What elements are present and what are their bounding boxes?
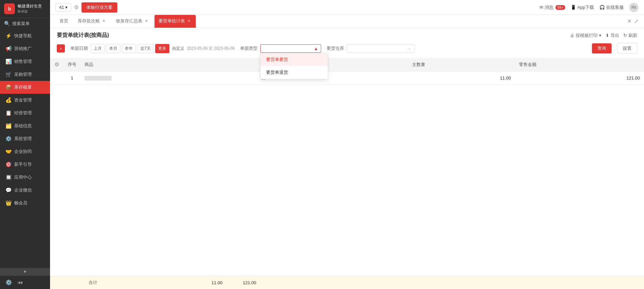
date-filter-group: 单据日期 上月 本月 本年 近7天 更多 自定义 2023-05-06 至 20…: [70, 44, 235, 53]
row-check: [50, 71, 64, 85]
data-table-container: ⚙ 序号 商品 主计量单位 主数量 零售金额 1: [50, 58, 644, 276]
table-row: 1 块 11.00 121.00: [50, 71, 644, 85]
warehouse-filter-label: 要货仓库: [327, 45, 344, 51]
type-select-chevron-up-icon: ▲: [314, 46, 318, 51]
date-btn-this-year[interactable]: 本年: [122, 44, 136, 53]
quick-nav-icon: ⚡: [5, 33, 11, 39]
date-quick-buttons: 上月 本月 本年 近7天 更多: [91, 44, 169, 53]
sidebar-item-sales[interactable]: 📊 销售管理: [0, 55, 50, 68]
tab-close-order-stats[interactable]: ×: [186, 18, 192, 24]
column-settings-icon[interactable]: ⚙: [54, 62, 59, 67]
footer-quantity: 11.00: [193, 280, 226, 285]
date-btn-more[interactable]: 更多: [155, 44, 169, 53]
type-select[interactable]: ▲: [260, 44, 321, 53]
download-icon: 📱: [571, 5, 576, 10]
sales-icon: 📊: [5, 59, 11, 65]
sidebar-item-member[interactable]: 👑 畅会员: [0, 197, 50, 209]
sidebar-item-inventory[interactable]: 📦 库存核算: [0, 81, 50, 94]
chevron-down-icon: ▾: [65, 5, 68, 10]
tabs-actions: ✕ ⤢: [627, 18, 639, 24]
query-button[interactable]: 查询: [592, 43, 612, 53]
type-option-order-goods[interactable]: 要货单要货: [261, 53, 328, 66]
type-option-return-goods[interactable]: 要货单退货: [261, 66, 328, 79]
app-download-action[interactable]: 📱 App下载: [571, 4, 594, 10]
user-avatar[interactable]: Rit: [629, 3, 639, 12]
sidebar-item-base-info[interactable]: 🗂️ 基础信息: [0, 119, 50, 132]
filter-toggle-btn[interactable]: ›: [57, 44, 65, 52]
finance-icon: 💰: [5, 97, 11, 103]
sidebar-item-system[interactable]: ⚙️ 系统管理: [0, 132, 50, 145]
date-btn-7days[interactable]: 近7天: [137, 44, 154, 53]
messages-action[interactable]: ✉ 消息 99+: [540, 4, 565, 10]
type-dropdown-menu: 要货单要货 要货单退货: [260, 53, 328, 79]
filter-bar: › 单据日期 上月 本月 本年 近7天 更多 自定义 2023-05-06 至 …: [50, 39, 644, 58]
close-all-tabs-icon[interactable]: ✕: [627, 18, 631, 24]
app-center-icon: 🔲: [5, 174, 11, 180]
tab-home[interactable]: 首页: [55, 15, 72, 28]
sidebar-item-search[interactable]: 🔍 搜索菜单: [0, 18, 50, 29]
col-settings[interactable]: ⚙: [50, 58, 64, 71]
header: 41 ▾ ⚙ 体验行业方案 ✉ 消息 99+ 📱 App下载 🎧 在线客服 Ri…: [50, 0, 644, 15]
sidebar-item-operations[interactable]: 📋 经营管理: [0, 107, 50, 119]
tab-close-inventory-batch[interactable]: ×: [101, 18, 106, 24]
settings-footer-icon[interactable]: ⚙️: [5, 279, 12, 286]
header-left: 41 ▾ ⚙ 体验行业方案: [55, 2, 535, 13]
tab-close-receive-summary[interactable]: ×: [144, 18, 149, 24]
print-chevron-icon: ▾: [599, 33, 601, 38]
sidebar-item-quick-nav[interactable]: ⚡ 快捷导航: [0, 29, 50, 42]
sidebar: b 畅捷通好生意 标准版 🔍 搜索菜单 ⚡ 快捷导航 📢 营销推广 📊 销售管理…: [0, 0, 50, 289]
type-select-value: [263, 46, 265, 51]
data-table: ⚙ 序号 商品 主计量单位 主数量 零售金额 1: [50, 58, 644, 85]
page-actions: 🖨 按模板打印 ▾ ⬇ 导出 ↻ 刷新: [570, 32, 637, 39]
export-action[interactable]: ⬇ 导出: [605, 32, 619, 39]
date-custom-btn[interactable]: 自定义: [172, 46, 184, 51]
member-icon: 👑: [5, 200, 11, 206]
tab-order-stats[interactable]: 要货单统计表 ×: [154, 15, 196, 28]
row-index: 1: [64, 71, 80, 85]
sidebar-item-wechat[interactable]: 💬 企业微信: [0, 184, 50, 197]
collapse-icon[interactable]: ⏮: [18, 280, 23, 286]
sidebar-item-cooperation[interactable]: 🤝 企业协同: [0, 145, 50, 158]
guide-icon: 🎯: [5, 161, 11, 168]
messages-badge: 99+: [555, 5, 565, 10]
sidebar-item-purchase[interactable]: 🛒 采购管理: [0, 68, 50, 81]
expand-tabs-icon[interactable]: ⤢: [634, 18, 639, 24]
logo-text: 畅捷通好生意: [18, 4, 42, 9]
system-icon: ⚙️: [5, 136, 11, 142]
content-area: 要货单统计表(按商品) 🖨 按模板打印 ▾ ⬇ 导出 ↻ 刷新 ›: [50, 28, 644, 289]
message-icon: ✉: [540, 5, 543, 10]
warehouse-filter-group: 要货仓库 ···: [327, 44, 414, 53]
main-area: 41 ▾ ⚙ 体验行业方案 ✉ 消息 99+ 📱 App下载 🎧 在线客服 Ri…: [50, 0, 644, 289]
setup-button[interactable]: 设置: [617, 43, 637, 54]
sidebar-item-marketing[interactable]: 📢 营销推广: [0, 42, 50, 55]
header-settings-icon[interactable]: ⚙: [74, 4, 79, 10]
warehouse-value: [350, 46, 351, 51]
service-icon: 🎧: [599, 5, 605, 10]
date-btn-this-month[interactable]: 本月: [106, 44, 120, 53]
warehouse-more-icon: ···: [408, 46, 411, 51]
type-select-wrapper: ▲ 要货单要货 要货单退货: [260, 44, 321, 53]
header-right: ✉ 消息 99+ 📱 App下载 🎧 在线客服 Rit: [540, 3, 639, 12]
tab-receive-summary[interactable]: 收发存汇总表 ×: [112, 15, 153, 28]
page-title: 要货单统计表(按商品): [57, 32, 109, 39]
logo-icon: b: [4, 3, 15, 14]
sidebar-scroll-down[interactable]: ▼: [0, 268, 50, 275]
sidebar-item-finance[interactable]: 💰 资金管理: [0, 94, 50, 107]
print-action[interactable]: 🖨 按模板打印 ▾: [570, 32, 601, 39]
sidebar-item-app-center[interactable]: 🔲 应用中心: [0, 171, 50, 184]
warehouse-select[interactable]: ···: [347, 44, 414, 53]
row-product: [80, 71, 257, 85]
footer-amount: 121.00: [226, 280, 260, 285]
type-filter-group: 单据类型 ▲ 要货单要货 要货单退货: [240, 44, 321, 53]
refresh-action[interactable]: ↻ 刷新: [623, 32, 637, 39]
col-product: 商品: [80, 58, 257, 71]
date-btn-prev-month[interactable]: 上月: [91, 44, 105, 53]
store-selector[interactable]: 41 ▾: [55, 3, 71, 12]
date-filter-label: 单据日期: [70, 45, 88, 51]
type-filter-label: 单据类型: [240, 45, 258, 51]
sidebar-item-guide[interactable]: 🎯 新手引导: [0, 158, 50, 171]
trial-button[interactable]: 体验行业方案: [81, 2, 117, 13]
tab-inventory-batch[interactable]: 库存批次账 ×: [74, 15, 111, 28]
sidebar-footer: ⚙️ ⏮: [0, 275, 50, 289]
online-service-action[interactable]: 🎧 在线客服: [599, 4, 624, 10]
